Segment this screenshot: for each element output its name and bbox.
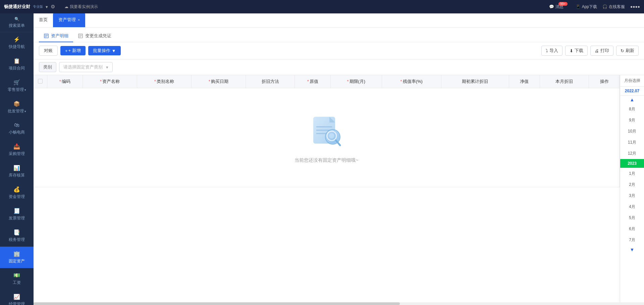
sidebar-item-salary[interactable]: 💵 工资	[0, 268, 34, 290]
dropdown-arrow-icon: ▾	[106, 65, 108, 70]
sidebar-search[interactable]: 🔍 搜索菜单	[0, 13, 34, 32]
add-button[interactable]: + + 新增	[60, 46, 86, 55]
message-icon: 💬	[549, 4, 554, 9]
batch-arrow-icon: ▼	[112, 48, 116, 53]
select-all-checkbox[interactable]	[38, 79, 43, 84]
company-name: 畅捷通好业财	[4, 4, 30, 10]
col-net-value: 净值	[509, 75, 540, 88]
scrollbar-thumb[interactable]	[34, 302, 400, 305]
sidebar-item-ecommerce[interactable]: 🛍 小畅电商	[0, 118, 34, 139]
svg-point-15	[329, 133, 334, 139]
month-item-2[interactable]: 2月	[620, 179, 644, 190]
online-service-btn[interactable]: 🎧 在线客服	[602, 4, 625, 10]
refresh-button[interactable]: ↻ 刷新	[616, 46, 639, 56]
download-button[interactable]: ⬇ 下载	[565, 46, 588, 56]
demo-link[interactable]: ☁ 我要看实例演示	[64, 4, 98, 10]
month-item-6[interactable]: 6月	[620, 223, 644, 235]
finance-icon: 💰	[13, 186, 20, 193]
month-nav-down[interactable]: ▼	[620, 246, 644, 254]
sidebar-item-project[interactable]: 📋 项目合同	[0, 54, 34, 75]
ecommerce-icon: 🛍	[14, 122, 19, 128]
col-checkbox	[34, 75, 47, 88]
content-area: 首页 资产管理 ×	[34, 13, 644, 305]
search-icon: 🔍	[14, 17, 19, 21]
month-item-3[interactable]: 3月	[620, 190, 644, 201]
subtab-asset-detail[interactable]: 资产明细	[39, 30, 73, 42]
tab-bar: 首页 资产管理 ×	[34, 13, 644, 28]
month-item-1[interactable]: 1月	[620, 168, 644, 179]
col-name: *资产名称	[83, 75, 137, 88]
category-dropdown[interactable]: 请选择固定资产类别 ▾	[59, 62, 113, 72]
table-wrap: *编码 *资产名称 *类别名称 *购买日期 折旧方法 *原值 *期限(月) *残…	[34, 75, 620, 302]
month-item-5[interactable]: 5月	[620, 212, 644, 223]
toolbar: 对账 + + 新增 批量操作 ▼ ⤵ 导入 ⬇ 下载	[34, 42, 644, 59]
purchase-icon: 📥	[13, 143, 20, 150]
empty-text: 当前您还没有固定资产明细哦~	[294, 157, 358, 163]
toolbar-right: ⤵ 导入 ⬇ 下载 🖨 打印 ↻ 刷新	[541, 46, 639, 56]
message-btn[interactable]: 💬 消息 99+	[549, 4, 564, 10]
duizhang-button[interactable]: 对账	[39, 46, 58, 56]
import-button[interactable]: ⤵ 导入	[541, 46, 562, 56]
month-nav-up[interactable]: ▲	[620, 96, 644, 104]
col-accumulated-depreciation: 期初累计折旧	[441, 75, 509, 88]
horizontal-scrollbar[interactable]	[34, 302, 644, 305]
sidebar-item-assets[interactable]: 🏢 固定资产	[0, 247, 34, 268]
salary-icon: 💵	[13, 272, 20, 278]
retail-icon: 🛒	[13, 79, 20, 86]
month-item-12[interactable]: 12月	[620, 148, 644, 159]
cloud-icon: ☁	[64, 4, 68, 9]
col-category: *类别名称	[137, 75, 191, 88]
subtab-change-voucher[interactable]: 变更生成凭证	[73, 30, 116, 42]
tab-asset-mgmt[interactable]: 资产管理 ×	[53, 13, 85, 27]
sidebar-item-inventory[interactable]: 📊 库存核算	[0, 161, 34, 182]
col-monthly-depreciation: 本月折旧	[540, 75, 589, 88]
month-item-9[interactable]: 9月	[620, 115, 644, 126]
month-item-7[interactable]: 7月	[620, 235, 644, 246]
download-icon: ⬇	[570, 48, 573, 53]
import-icon: ⤵	[546, 48, 548, 53]
empty-state: 当前您还没有固定资产明细哦~	[36, 92, 617, 184]
settings-icon[interactable]: ⚙	[51, 4, 55, 10]
message-badge: 99+	[558, 2, 568, 6]
month-item-8[interactable]: 8月	[620, 104, 644, 115]
category-filter: 类别 请选择固定资产类别 ▾	[34, 59, 644, 75]
wholesale-arrow: ▾	[24, 110, 26, 113]
table-area-wrapper: *编码 *资产名称 *类别名称 *购买日期 折旧方法 *原值 *期限(月) *残…	[34, 75, 644, 302]
inventory-icon: 📊	[13, 165, 20, 171]
month-item-11[interactable]: 11月	[620, 137, 644, 148]
month-year-2023: 2023	[620, 159, 644, 168]
col-purchase-date: *购买日期	[191, 75, 246, 88]
project-icon: 📋	[13, 58, 20, 64]
sidebar-item-business[interactable]: 📈 经营管理	[0, 290, 34, 305]
app-download-btn[interactable]: 📱 App下载	[576, 4, 597, 10]
app-icon: 📱	[576, 4, 581, 9]
top-bar-right: 💬 消息 99+ 📱 App下载 🎧 在线客服 ●●●●	[549, 4, 640, 10]
category-label[interactable]: 类别	[39, 62, 56, 72]
batch-button[interactable]: 批量操作 ▼	[88, 46, 121, 55]
print-button[interactable]: 🖨 打印	[590, 46, 613, 56]
month-panel-title: 月份选择	[620, 75, 644, 87]
month-item-4[interactable]: 4月	[620, 201, 644, 212]
sidebar-item-tax[interactable]: 📑 税务管理	[0, 225, 34, 247]
tab-home[interactable]: 首页	[34, 13, 53, 27]
sidebar-item-finance[interactable]: 💰 资金管理	[0, 182, 34, 204]
col-operation: 操作	[589, 75, 620, 88]
page-content: 资产明细 变更生成凭证 对账	[34, 28, 644, 305]
company-dropdown[interactable]: ▾	[46, 4, 48, 9]
user-info[interactable]: ●●●●	[630, 4, 640, 9]
sidebar-item-quicknav[interactable]: ⚡ 快捷导航	[0, 32, 34, 54]
change-voucher-icon	[78, 33, 83, 39]
top-bar: 畅捷通好业财 专业版 ▾ ⚙ ☁ 我要看实例演示 💬 消息 99+ 📱 App下…	[0, 0, 644, 13]
sidebar-item-wholesale[interactable]: 📦 批发管理 ▾	[0, 97, 34, 118]
sidebar-item-invoice[interactable]: 🧾 发票管理	[0, 204, 34, 225]
asset-detail-icon	[44, 33, 49, 39]
refresh-icon: ↻	[621, 48, 624, 53]
sub-tabs: 资产明细 变更生成凭证	[34, 28, 644, 42]
col-period: *期限(月)	[330, 75, 382, 88]
month-item-10[interactable]: 10月	[620, 126, 644, 137]
tab-close-icon[interactable]: ×	[78, 18, 80, 22]
month-panel-current-year[interactable]: 2022.07	[620, 87, 644, 96]
sidebar-item-purchase[interactable]: 📥 采购管理	[0, 139, 34, 161]
quicknav-icon: ⚡	[13, 36, 20, 43]
sidebar-item-retail[interactable]: 🛒 零售管理 ▾	[0, 75, 34, 97]
